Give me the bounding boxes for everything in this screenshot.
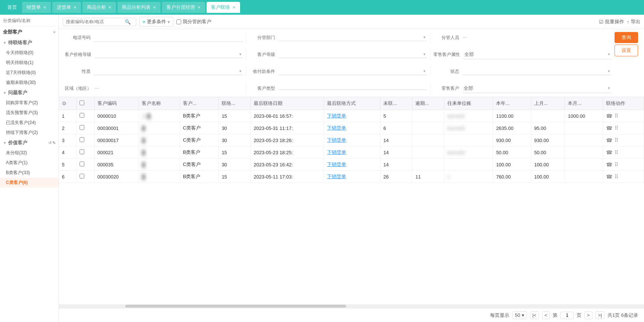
sidebar-item-class-a[interactable]: A类客户(1) [0,158,59,168]
sidebar-item-7days[interactable]: 近7天待联络(0) [0,68,59,78]
sidebar-item-class-c[interactable]: C类客户(6) [0,178,59,188]
check-icon: ☑ [599,19,603,25]
nav-tab-sales[interactable]: 销货单 ✕ [22,2,51,13]
nav-tab-analysis[interactable]: 商品分析 ✕ [82,2,116,13]
sidebar-item-overdue[interactable]: 逾期未联络(30) [0,78,59,88]
nav-home[interactable]: 首页 [4,4,21,11]
row-last-method[interactable]: 下销货单 [324,146,380,159]
close-icon[interactable]: ✕ [232,5,236,10]
more-conditions-btn[interactable]: ≡ 更多条件 ▾ [139,17,173,26]
retail2-select[interactable]: 全部 ▾ [462,84,612,93]
row-check[interactable] [80,174,84,178]
more-action-icon[interactable]: ⠿ [615,149,618,155]
row-last-method[interactable]: 下销货单 [324,110,380,122]
per-page-select[interactable]: 50 ▾ [512,311,527,319]
row-checkbox[interactable] [77,122,94,134]
phone-input[interactable] [94,34,243,42]
dept-select[interactable]: ▾ [278,34,427,41]
refresh-icon[interactable]: ↺ [48,141,52,145]
more-action-icon[interactable]: ⠿ [615,125,618,131]
nav-tab-analysis-list[interactable]: 商品分析列表 ✕ [117,2,161,13]
nature-select[interactable]: ▾ [94,68,243,75]
row-last-method[interactable]: 下销货单 [324,159,380,171]
export-btn[interactable]: ↑ 导出 [627,18,641,25]
contact-icon[interactable]: ☎ [606,149,612,155]
row-last-month: 930.00 [531,134,565,146]
scrollbar-thumb[interactable] [125,305,346,308]
settings-button[interactable]: 设置 [615,45,638,56]
close-icon[interactable]: ✕ [73,5,77,10]
customer-type-select[interactable] [278,87,427,90]
my-customers-check[interactable]: 我分管的客户 [176,18,211,25]
row-index: 3 [59,134,77,146]
row-contact: 30 [219,122,251,134]
contact-icon[interactable]: ☎ [606,137,612,143]
col-settings[interactable]: ⚙ [59,97,77,110]
status-select[interactable]: ▾ [462,68,612,75]
sidebar-item-class-b[interactable]: B类客户(33) [0,168,59,178]
row-check[interactable] [80,113,84,118]
all-customers-item[interactable]: 全部客户 « [0,26,59,38]
close-icon[interactable]: ✕ [197,5,201,10]
region-dots-btn[interactable]: ··· [94,85,99,91]
more-action-icon[interactable]: ⠿ [615,137,618,143]
group-pending-contact[interactable]: ▼ 待联络客户 [0,38,59,48]
query-button[interactable]: 查询 [615,32,638,43]
col-checkbox[interactable] [77,97,94,110]
horizontal-scrollbar[interactable] [59,304,644,308]
sidebar-item-lost[interactable]: 已流失客户(24) [0,118,59,128]
row-checkbox[interactable] [77,146,94,159]
retail-attr-select[interactable]: 全部 ▾ [463,50,612,59]
contact-icon[interactable]: ☎ [606,125,612,131]
search-input[interactable] [66,19,125,24]
search-icon[interactable]: 🔍 [125,19,131,25]
close-icon[interactable]: ✕ [108,5,112,10]
price-level-select[interactable]: ▾ [94,51,243,58]
row-checkbox[interactable] [77,159,94,171]
sidebar-item-abnormal[interactable]: 回购异常客户(2) [0,98,59,108]
nav-tab-purchase[interactable]: 进货单 ✕ [52,2,81,13]
nav-tab-customer-contact[interactable]: 客户联络 ✕ [207,2,240,13]
sidebar-item-declining[interactable]: 持续下滑客户(2) [0,128,59,138]
next-page-btn[interactable]: > [584,311,592,319]
sidebar-item-warning[interactable]: 流失预警客户(3) [0,108,59,118]
more-action-icon[interactable]: ⠿ [615,113,618,119]
row-last-method[interactable]: 下销货单 [324,122,380,134]
prev-page-btn[interactable]: < [542,311,550,319]
manager-dots-btn[interactable]: ··· [462,35,467,40]
row-checkbox[interactable] [77,110,94,122]
payment-select[interactable]: ▾ [278,68,427,75]
row-check[interactable] [80,137,84,142]
close-icon[interactable]: ✕ [153,5,156,10]
more-action-icon[interactable]: ⠿ [615,174,618,180]
contact-icon[interactable]: ☎ [606,113,612,119]
last-page-btn[interactable]: >| [595,311,605,319]
close-icon[interactable]: ✕ [43,5,46,10]
row-checkbox[interactable] [77,134,94,146]
row-check[interactable] [80,149,84,154]
sidebar-item-ungroup[interactable]: 未分组(32) [0,148,59,158]
sidebar-search-input[interactable] [3,18,58,23]
first-page-btn[interactable]: |< [530,311,539,319]
page-input[interactable] [560,312,574,319]
group-problem-customers[interactable]: ▼ 问题客户 [0,88,59,98]
select-all-checkbox[interactable] [80,100,84,105]
more-action-icon[interactable]: ⠿ [615,162,618,167]
row-this-year: 50.00 [493,146,531,159]
row-last-method[interactable]: 下销货单 [324,171,380,183]
row-checkbox[interactable] [77,171,94,183]
edit-icon[interactable]: ✎ [52,141,56,145]
my-customers-checkbox[interactable] [176,20,181,24]
contact-icon[interactable]: ☎ [606,174,612,180]
sidebar-item-tomorrow[interactable]: 明天待联络(1) [0,58,59,68]
group-value-customers[interactable]: ▼ 价值客户 ↺ ✎ [0,138,59,148]
contact-icon[interactable]: ☎ [606,162,612,167]
row-check[interactable] [80,162,84,166]
row-check[interactable] [80,125,84,130]
row-last-method[interactable]: 下销货单 [324,134,380,146]
divider [246,32,246,43]
customer-level-select[interactable]: ▾ [278,51,427,58]
sidebar-item-today[interactable]: 今天待联络(0) [0,48,59,58]
batch-action-btn[interactable]: ☑ 批量操作 [599,18,624,25]
nav-tab-customer-tier[interactable]: 客户分层经营 ✕ [162,2,205,13]
